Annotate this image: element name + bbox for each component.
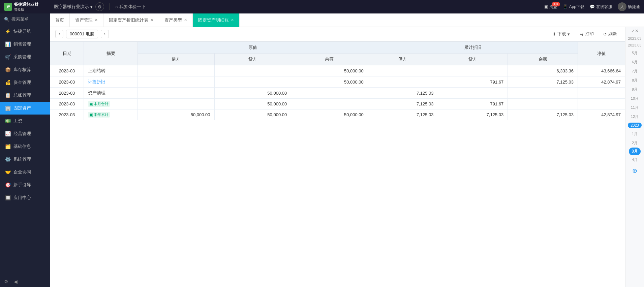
experience-btn[interactable]: ○ 我要体验一下 xyxy=(115,4,146,10)
download-dropdown-icon: ▾ xyxy=(568,32,570,37)
tab-asset-detail-close[interactable]: ✕ xyxy=(231,18,234,22)
sidebar-item-payroll[interactable]: 💵 工资 xyxy=(0,115,50,127)
cell-orig-debit: 50,000.00 xyxy=(138,109,215,120)
search-label: 搜索菜单 xyxy=(11,16,29,22)
settings-btn[interactable]: ⚙ xyxy=(4,279,8,284)
cell-date: 2023-03 xyxy=(50,88,84,99)
cell-net-value: 42,874.97 xyxy=(578,109,625,120)
cell-orig-debit xyxy=(138,88,215,99)
table-row: 2023-03 上期结转 50,000.00 6,333.36 43,666.6… xyxy=(50,65,625,76)
sidebar-item-app-center[interactable]: 🔲 应用中心 xyxy=(0,191,50,204)
tab-home[interactable]: 首页 xyxy=(50,13,70,27)
cell-summary: ▣ 本年累计 xyxy=(84,109,138,120)
sidebar-item-fixed-assets[interactable]: 🏢 固定资产 xyxy=(0,102,50,115)
top-bar-right: ▣ 消息 99+ 📱 App下载 💬 在线客服 人 畅捷通 xyxy=(544,2,640,11)
cell-accum-balance: 7,125.03 xyxy=(508,109,578,120)
basic-info-icon: 🗂️ xyxy=(5,144,11,150)
cell-date: 2023-03 xyxy=(50,65,84,76)
online-service-btn[interactable]: 💬 在线客服 xyxy=(590,4,612,10)
cell-orig-credit: 50,000.00 xyxy=(214,88,291,99)
quick-nav-icon: ⚡ xyxy=(5,28,11,34)
tab-depreciation-stats-close[interactable]: ✕ xyxy=(150,18,153,22)
timeline-scroll-down[interactable]: ⊕ xyxy=(632,167,637,174)
timeline-month-11[interactable]: 11月 xyxy=(625,103,644,112)
prev-btn[interactable]: ‹ xyxy=(55,30,63,38)
sidebar-item-guide[interactable]: 🎯 新手引导 xyxy=(0,179,50,191)
guide-icon: 🎯 xyxy=(5,182,11,188)
th-accum-debit: 借方 xyxy=(368,54,438,65)
print-btn[interactable]: 🖨 打印 xyxy=(577,30,596,38)
th-orig-debit: 借方 xyxy=(138,54,215,65)
sidebar-item-capital[interactable]: 💰 资金管理 xyxy=(0,76,50,89)
tab-asset-mgmt-close[interactable]: ✕ xyxy=(95,18,98,22)
sidebar-item-purchase[interactable]: 🛒 采购管理 xyxy=(0,51,50,63)
refresh-icon: ↺ xyxy=(603,32,607,37)
refresh-btn[interactable]: ↺ 刷新 xyxy=(601,30,620,38)
sidebar-item-sales[interactable]: 📊 销售管理 xyxy=(0,38,50,51)
next-btn[interactable]: › xyxy=(101,30,109,38)
sidebar-item-label: 新手引导 xyxy=(13,182,31,188)
timeline-month-3-area: 3月 xyxy=(629,148,641,155)
user-area[interactable]: 人 畅捷通 xyxy=(618,2,640,11)
sidebar-item-system[interactable]: ⚙️ 系统管理 xyxy=(0,153,50,166)
tab-asset-detail[interactable]: 固定资产明细账 ✕ xyxy=(193,13,240,27)
cell-accum-balance: 6,333.36 xyxy=(508,65,578,76)
message-btn[interactable]: ▣ 消息 99+ xyxy=(544,4,557,10)
timeline-month-2[interactable]: 2月 xyxy=(625,138,644,148)
collapse-btn[interactable]: ◀ xyxy=(14,279,18,284)
company-selector[interactable]: 医疗器械行业演示 ▾ xyxy=(54,4,93,10)
timeline-month-10[interactable]: 10月 xyxy=(625,94,644,103)
timeline-month-7[interactable]: 7月 xyxy=(625,67,644,76)
tab-asset-type-close[interactable]: ✕ xyxy=(184,18,187,22)
tab-asset-mgmt-label: 资产管理 xyxy=(75,17,93,23)
cell-orig-debit xyxy=(138,76,215,88)
sidebar-item-operation[interactable]: 📈 经营管理 xyxy=(0,127,50,140)
print-icon: 🖨 xyxy=(579,32,584,37)
search-menu-btn[interactable]: 🔍 搜索菜单 xyxy=(0,13,50,25)
sidebar-item-basic-info[interactable]: 🗂️ 基础信息 xyxy=(0,140,50,153)
th-accum-credit: 贷方 xyxy=(438,54,508,65)
timeline-month-3-active[interactable]: 3月 xyxy=(629,148,641,155)
sidebar-item-label: 系统管理 xyxy=(13,156,31,162)
cell-summary: ▣ 本月合计 xyxy=(84,99,138,109)
table-row: 2023-03 计提折旧 50,000.00 791.67 7,125.03 4… xyxy=(50,76,625,88)
timeline-header: ⤢ ✕ xyxy=(628,27,641,35)
timeline-month-5[interactable]: 5月 xyxy=(625,49,644,58)
cell-summary: 计提折旧 xyxy=(84,76,138,88)
cell-net-value xyxy=(578,88,625,99)
app-download-label: App下载 xyxy=(569,4,584,10)
th-original-value: 原值 xyxy=(138,42,368,54)
timeline-year-2023[interactable]: 2023 xyxy=(628,123,641,128)
download-label: 下载 xyxy=(557,31,566,37)
company-settings-btn[interactable]: ⚙ xyxy=(95,2,104,11)
tab-depreciation-stats[interactable]: 固定资产折旧统计表 ✕ xyxy=(103,13,159,27)
timeline-month-1[interactable]: 1月 xyxy=(625,129,644,138)
tab-asset-type[interactable]: 资产类型 ✕ xyxy=(159,13,193,27)
app-edition: 普及版 xyxy=(14,7,38,12)
sidebar-item-ledger[interactable]: 📋 总账管理 xyxy=(0,89,50,102)
company-name: 医疗器械行业演示 xyxy=(54,4,89,10)
month-total-badge: ▣ 本月合计 xyxy=(88,101,110,107)
sales-icon: 📊 xyxy=(5,41,11,47)
timeline-month-8[interactable]: 8月 xyxy=(625,76,644,85)
tab-asset-mgmt[interactable]: 资产管理 ✕ xyxy=(70,13,103,27)
cell-orig-balance xyxy=(291,88,368,99)
timeline-month-12[interactable]: 12月 xyxy=(625,112,644,121)
timeline-month-6[interactable]: 6月 xyxy=(625,58,644,67)
cell-accum-balance xyxy=(508,99,578,109)
timeline-expand-btn[interactable]: ⤢ xyxy=(631,28,635,33)
timeline-month-4[interactable]: 4月 xyxy=(625,155,644,164)
cell-orig-debit xyxy=(138,65,215,76)
sidebar-item-label: 基础信息 xyxy=(13,144,31,150)
timeline-month-9[interactable]: 9月 xyxy=(625,85,644,94)
sidebar-item-enterprise[interactable]: 🤝 企业协同 xyxy=(0,166,50,179)
timeline-close-btn[interactable]: ✕ xyxy=(635,28,639,33)
ledger-icon: 📋 xyxy=(5,92,11,98)
company-area: 医疗器械行业演示 ▾ ⚙ ○ 我要体验一下 xyxy=(54,2,544,11)
asset-tag[interactable]: 000001 电脑 xyxy=(66,30,98,38)
app-download-btn[interactable]: 📱 App下载 xyxy=(563,4,584,10)
cell-accum-balance xyxy=(508,88,578,99)
download-btn[interactable]: ⬇ 下载 ▾ xyxy=(550,30,573,38)
sidebar-item-inventory[interactable]: 📦 库存核算 xyxy=(0,63,50,76)
sidebar-item-quick-nav[interactable]: ⚡ 快捷导航 xyxy=(0,25,50,38)
